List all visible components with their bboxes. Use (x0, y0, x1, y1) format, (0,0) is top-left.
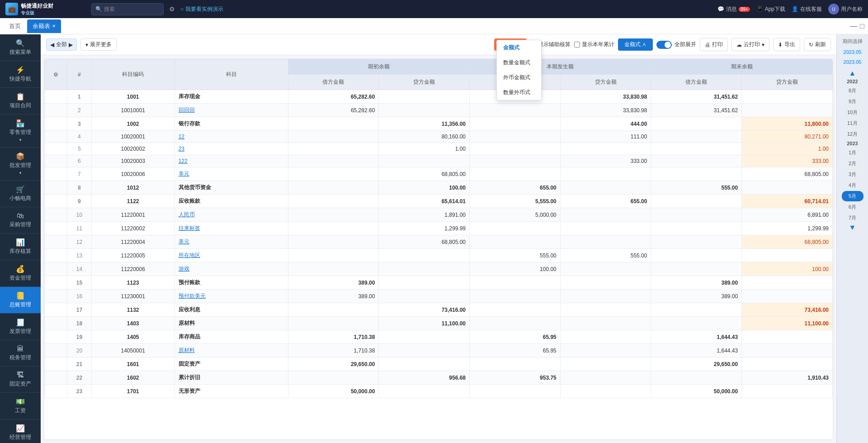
print-btn[interactable]: 🖨 打印 (700, 38, 728, 51)
tab-close-icon[interactable]: ✕ (52, 24, 56, 29)
row-settings-11[interactable] (45, 235, 67, 249)
month-2023-6[interactable]: 6月 (842, 202, 863, 212)
tab-minimize-icon[interactable]: — (850, 22, 857, 30)
row-name-15[interactable]: 预付款美元 (175, 290, 288, 303)
month-2022-8[interactable]: 8月 (842, 86, 863, 96)
row-name-1[interactable]: 回回回 (175, 104, 288, 117)
row-settings-16[interactable] (45, 303, 67, 317)
row-settings-1[interactable] (45, 104, 67, 117)
month-2022-10[interactable]: 10月 (842, 107, 863, 118)
row-opening-debit-9 (288, 208, 379, 222)
export-btn[interactable]: ⬇ 导出 (773, 38, 800, 51)
row-settings-10[interactable] (45, 222, 67, 235)
tab-balance-sheet[interactable]: 余额表 ✕ (27, 19, 61, 33)
row-settings-0[interactable] (45, 90, 67, 104)
settings-icon[interactable]: ⚙ (167, 4, 177, 14)
message-btn[interactable]: 💬 消息 99+ (717, 5, 750, 13)
toggle-track[interactable] (656, 41, 672, 49)
row-settings-15[interactable] (45, 290, 67, 303)
row-name-11[interactable]: 美元 (175, 235, 288, 249)
month-2023-4[interactable]: 4月 (842, 180, 863, 191)
download-btn[interactable]: 📱 App下载 (756, 5, 785, 13)
sidebar-item-purchase[interactable]: 🛍 采购管理 (0, 207, 41, 233)
row-name-5[interactable]: 122 (175, 155, 288, 167)
row-settings-3[interactable] (45, 131, 67, 143)
sidebar-item-invoice[interactable]: 🧾 发票管理 (0, 314, 41, 340)
row-settings-5[interactable] (45, 155, 67, 167)
row-name-4[interactable]: 23 (175, 143, 288, 155)
refresh-btn[interactable]: ↻ 刷新 (804, 38, 831, 51)
month-2022-11[interactable]: 11月 (842, 118, 863, 129)
row-settings-13[interactable] (45, 262, 67, 276)
tab-home[interactable]: 首页 (4, 19, 26, 33)
sidebar-item-wholesale[interactable]: 📦 批发管理 ▼ (0, 148, 41, 181)
sidebar-item-payroll[interactable]: 💵 工资 (0, 393, 41, 419)
row-settings-12[interactable] (45, 249, 67, 262)
sidebar-item-capital[interactable]: 💰 资金管理 (0, 260, 41, 287)
breadcrumb[interactable]: ◀ 全部 ▶ (46, 38, 77, 51)
service-btn[interactable]: 👤 在线客服 (792, 5, 822, 13)
row-name-10[interactable]: 往来标签 (175, 222, 288, 235)
sidebar-item-project[interactable]: 📋 项目合同 (0, 88, 41, 114)
row-settings-20[interactable] (45, 357, 67, 371)
sidebar-item-inventory[interactable]: 📊 库存核算 (0, 233, 41, 260)
row-period-debit-20 (470, 357, 561, 371)
sidebar-item-fixed-assets[interactable]: 🏗 固定资产 (0, 367, 41, 393)
row-name-3[interactable]: 12 (175, 131, 288, 143)
tab-maximize-icon[interactable]: □ (860, 22, 864, 30)
view-mode-btn[interactable]: 金额式 ∧ (618, 38, 653, 51)
row-settings-17[interactable] (45, 317, 67, 330)
row-settings-8[interactable] (45, 195, 67, 208)
expand-more-btn[interactable]: ▾ 展开更多 (80, 38, 117, 51)
row-settings-4[interactable] (45, 143, 67, 155)
row-no-12: 13 (67, 249, 92, 262)
row-settings-14[interactable] (45, 276, 67, 290)
row-name-19[interactable]: 原材料 (175, 344, 288, 357)
row-name-13[interactable]: 游戏 (175, 262, 288, 276)
dropdown-item-amount[interactable]: 金额式 (497, 40, 541, 55)
sidebar-item-ledger[interactable]: 📒 总账管理 (0, 287, 41, 314)
row-settings-22[interactable] (45, 385, 67, 398)
month-2023-7[interactable]: 7月 (842, 213, 863, 223)
row-settings-7[interactable] (45, 181, 67, 195)
month-2023-1[interactable]: 1月 (842, 148, 863, 158)
month-2023-3[interactable]: 3月 (842, 169, 863, 180)
row-name-9[interactable]: 人民币 (175, 208, 288, 222)
cloud-print-btn[interactable]: ☁ 云打印 ▾ (731, 38, 769, 51)
period-down-arrow[interactable]: ▼ (849, 224, 856, 232)
dropdown-item-qty-foreign[interactable]: 数量外币式 (497, 85, 541, 100)
month-2023-5[interactable]: 5月 (842, 191, 863, 201)
row-code-0: 1001 (91, 90, 175, 104)
row-settings-9[interactable] (45, 208, 67, 222)
ytd-checkbox[interactable] (574, 42, 580, 48)
sidebar-item-retail[interactable]: 🏪 零售管理 ▼ (0, 114, 41, 148)
dropdown-item-qty-amount[interactable]: 数量金额式 (497, 55, 541, 70)
content-area: ◀ 全部 ▶ ▾ 展开更多 退回旧版 显示辅助核算 显示本年累计 金额式 ∧ (41, 34, 836, 443)
sidebar-item-operations[interactable]: 📈 经营管理 (0, 419, 41, 443)
dropdown-item-foreign-amount[interactable]: 外币金额式 (497, 70, 541, 85)
year-2022-label: 2022 (846, 78, 859, 85)
month-2022-12[interactable]: 12月 (842, 129, 863, 139)
month-2023-2[interactable]: 2月 (842, 158, 863, 169)
month-2022-9[interactable]: 9月 (842, 96, 863, 107)
row-name-6[interactable]: 美元 (175, 167, 288, 181)
row-settings-19[interactable] (45, 344, 67, 357)
row-settings-21[interactable] (45, 371, 67, 385)
sidebar-item-ecommerce[interactable]: 🛒 小畅电商 (0, 181, 41, 207)
expand-all-toggle[interactable]: 全部展开 (656, 41, 696, 49)
period-up-arrow[interactable]: ▲ (849, 69, 856, 77)
sidebar-item-tax[interactable]: 🏛 税务管理 (0, 340, 41, 367)
row-settings-2[interactable] (45, 117, 67, 131)
row-opening-credit-17: 11,100.00 (379, 317, 470, 330)
header-search[interactable]: 🔍 搜索 (91, 3, 164, 15)
sidebar-item-search[interactable]: 🔍 搜索菜单 (0, 34, 41, 61)
demo-link[interactable]: ○ 我要看实例演示 (180, 5, 223, 13)
col-settings[interactable]: ⚙ (45, 59, 67, 90)
row-settings-18[interactable] (45, 330, 67, 344)
user-avatar-area[interactable]: U 用户名称 (828, 4, 863, 14)
show-ytd-check[interactable]: 显示本年累计 (574, 41, 614, 48)
row-no-14: 15 (67, 276, 92, 290)
row-settings-6[interactable] (45, 167, 67, 181)
sidebar-item-quick-nav[interactable]: ⚡ 快捷导航 (0, 61, 41, 88)
row-name-12[interactable]: 所在地区 (175, 249, 288, 262)
